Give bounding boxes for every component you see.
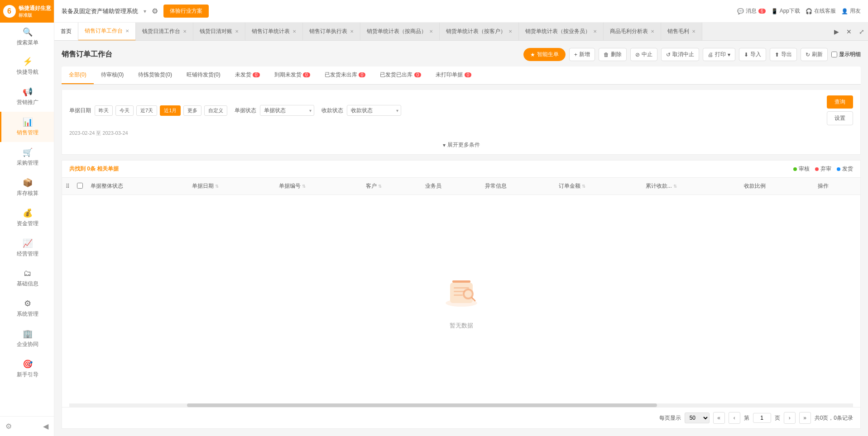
tab-close-icon[interactable]: ✕ (350, 29, 354, 34)
sidebar-item-label: 资金管理 (17, 220, 38, 227)
next-page-btn[interactable]: › (784, 412, 796, 424)
col-salesperson[interactable]: 业务员 (422, 178, 481, 195)
sidebar-item-corp[interactable]: 🏢 企业协同 (0, 323, 54, 354)
delete-btn[interactable]: 🗑 删除 (599, 48, 627, 61)
tab-label: 销货单统计表（按客户） (446, 28, 506, 35)
svg-rect-2 (452, 280, 470, 283)
page-size-select[interactable]: 50 10 20 100 (685, 412, 710, 423)
filter-tab-pending-review[interactable]: 待审核(0) (94, 66, 131, 84)
tab-sales-stat[interactable]: 销售订单统计表 ✕ (245, 23, 303, 41)
date-btn-yesterday[interactable]: 昨天 (95, 105, 113, 116)
header-settings-icon[interactable]: ⚙ (152, 7, 158, 15)
tab-by-staff[interactable]: 销货单统计表（按业务员） ✕ (519, 23, 604, 41)
filter-tab-not-shipped[interactable]: 未发货 0 (228, 66, 267, 84)
ai-btn[interactable]: ★ 智能生单 (523, 48, 566, 61)
tab-close-icon[interactable]: ✕ (651, 29, 654, 34)
filter-tab-shipped-wh[interactable]: 已发货已出库 0 (373, 66, 428, 84)
query-btn[interactable]: 查询 (827, 95, 853, 109)
set-btn[interactable]: 设置 (827, 111, 853, 125)
tab-close-icon[interactable]: ✕ (593, 29, 597, 34)
filter-tab-pending-inspect[interactable]: 待拣货验货(0) (131, 66, 179, 84)
tab-close-icon[interactable]: ✕ (429, 29, 433, 34)
service-btn[interactable]: 🎧 在线客服 (806, 7, 836, 15)
cancel-stop-btn[interactable]: ↺ 取消中止 (661, 48, 699, 61)
sidebar-item-finance[interactable]: 💰 资金管理 (0, 203, 54, 233)
expand-btn[interactable]: ▾ 展开更多条件 (443, 141, 480, 149)
industry-btn[interactable]: 体验行业方案 (163, 5, 209, 18)
filter-tab-not-printed[interactable]: 未打印单据 0 (428, 66, 479, 84)
tab-sales-profit[interactable]: 销售毛利 ✕ (661, 23, 702, 41)
col-ratio: 收款比例 (740, 178, 814, 195)
col-date[interactable]: 单据日期 ⇅ (188, 178, 275, 195)
filter-tab-shipped-not-wh[interactable]: 已发货未出库 0 (317, 66, 373, 84)
tab-more-icon[interactable]: ▶ (830, 28, 843, 35)
horizontal-scrollbar[interactable] (69, 403, 853, 407)
tab-cash-daily[interactable]: 钱货日清工作台 ✕ (136, 23, 193, 41)
tab-close-icon[interactable]: ✕ (235, 29, 239, 34)
logo-title: 畅捷通好生意 (19, 5, 51, 12)
import-btn[interactable]: ⬇ 导入 (739, 48, 766, 61)
add-btn[interactable]: + 新增 (569, 48, 595, 61)
review-action-btn[interactable]: 审核 (793, 165, 810, 173)
last-page-btn[interactable]: » (799, 412, 811, 424)
tab-close-icon[interactable]: ✕ (508, 29, 512, 34)
message-btn[interactable]: 💬 消息 6 (737, 7, 766, 15)
col-collected[interactable]: 累计收款... ⇅ (642, 178, 740, 195)
date-btn-custom[interactable]: 自定义 (204, 105, 227, 116)
tab-by-product[interactable]: 销货单统计表（按商品） ✕ (360, 23, 440, 41)
select-all-checkbox[interactable] (77, 183, 83, 189)
col-amount[interactable]: 订单金额 ⇅ (555, 178, 642, 195)
scrollbar-thumb[interactable] (187, 403, 657, 407)
table-scroll-area: ⠿ 单据整体状态 单据日期 ⇅ (62, 178, 860, 403)
sidebar-item-marketing[interactable]: 📢 营销推广 (0, 81, 54, 112)
tab-by-customer[interactable]: 销货单统计表（按客户） ✕ (440, 23, 519, 41)
refresh-btn[interactable]: ↻ 刷新 (801, 48, 828, 61)
filter-tab-overdue[interactable]: 到期未发货 0 (267, 66, 317, 84)
tab-close-icon[interactable]: ✕ (692, 29, 695, 34)
prev-page-btn[interactable]: ‹ (729, 412, 740, 424)
collapse-icon[interactable]: ◀ (43, 422, 48, 431)
col-customer[interactable]: 客户 ⇅ (362, 178, 422, 195)
tab-close-icon[interactable]: ✕ (293, 29, 296, 34)
app-download-btn[interactable]: 📱 App下载 (771, 7, 800, 15)
first-page-btn[interactable]: « (713, 412, 725, 424)
sidebar-item-search[interactable]: 🔍 搜索菜单 (0, 23, 54, 51)
sidebar-item-sales[interactable]: 📊 销售管理 (0, 112, 54, 142)
status-select[interactable]: 单据状态 (260, 105, 314, 116)
date-btn-today[interactable]: 今天 (115, 105, 134, 116)
sidebar-item-inventory[interactable]: 📦 库存核算 (0, 172, 54, 203)
sidebar-item-operation[interactable]: 📈 经营管理 (0, 233, 54, 263)
stop-btn[interactable]: ⊘ 中止 (630, 48, 657, 61)
tab-sales-exec[interactable]: 销售订单执行表 ✕ (303, 23, 360, 41)
filter-tab-all[interactable]: 全部(0) (62, 66, 94, 84)
settings-icon[interactable]: ⚙ (5, 422, 12, 431)
sidebar-item-system[interactable]: ⚙ 系统管理 (0, 293, 54, 323)
tab-margin[interactable]: 商品毛利分析表 ✕ (604, 23, 661, 41)
col-number[interactable]: 单据编号 ⇅ (275, 178, 362, 195)
tab-close-icon[interactable]: ✕ (183, 29, 187, 34)
print-btn[interactable]: 🖨 打印 ▾ (703, 48, 735, 61)
date-btn-7days[interactable]: 近7天 (136, 105, 157, 116)
sidebar-item-purchase[interactable]: 🛒 采购管理 (0, 142, 54, 172)
chevron-down-icon[interactable]: ▾ (144, 8, 146, 14)
tab-cash-reconcile[interactable]: 钱货日清对账 ✕ (193, 23, 245, 41)
filter-tab-wangpu[interactable]: 旺铺待发货(0) (179, 66, 228, 84)
page-input[interactable] (753, 413, 771, 423)
show-detail-checkbox[interactable] (831, 52, 837, 57)
sidebar-item-quick-nav[interactable]: ⚡ 快捷导航 (0, 51, 54, 81)
tab-close-all-icon[interactable]: ✕ (843, 28, 855, 35)
payment-select[interactable]: 收款状态 (347, 105, 401, 116)
user-btn[interactable]: 👤 用友 (841, 7, 861, 15)
ship-action-btn[interactable]: 发货 (837, 165, 853, 173)
tab-expand-icon[interactable]: ⤢ (855, 28, 868, 35)
export-btn[interactable]: ⬆ 导出 (770, 48, 797, 61)
count-prefix: 共找到 (69, 166, 86, 172)
date-btn-more[interactable]: 更多 (183, 105, 201, 116)
tab-close-icon[interactable]: ✕ (125, 28, 129, 33)
date-btn-1month[interactable]: 近1月 (160, 105, 181, 116)
cancel-action-btn[interactable]: 弃审 (815, 165, 831, 173)
sidebar-item-newbie[interactable]: 🎯 新手引导 (0, 354, 54, 384)
tab-home[interactable]: 首页 (54, 23, 78, 41)
sidebar-item-base[interactable]: 🗂 基础信息 (0, 263, 54, 293)
tab-sales-order[interactable]: 销售订单工作台 ✕ (78, 23, 136, 41)
